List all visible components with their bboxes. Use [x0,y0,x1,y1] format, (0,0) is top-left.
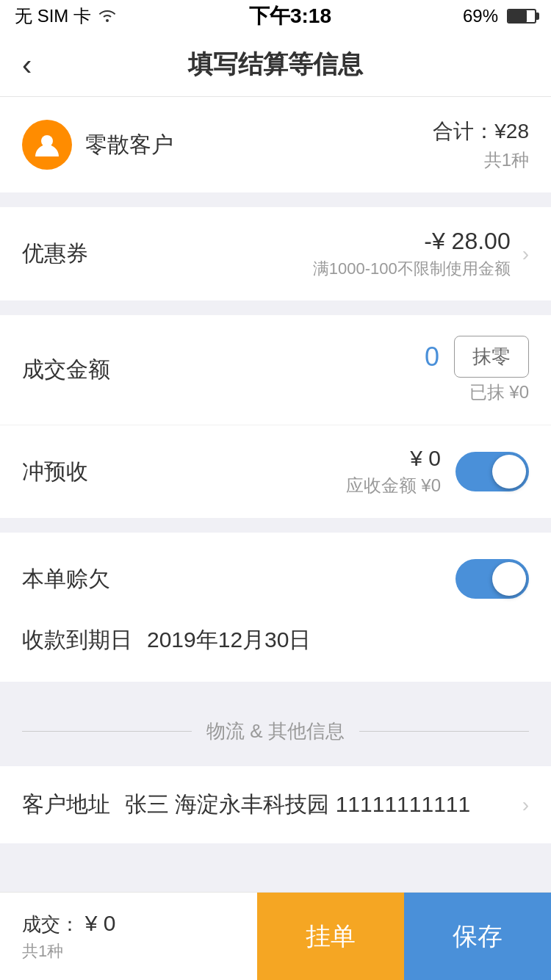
bottom-deal-amount: ¥ 0 [85,911,116,935]
customer-left: 零散客户 [22,120,173,170]
coupon-label: 优惠券 [22,239,88,269]
transaction-row: 成交金额 0 抹零 已抹 ¥0 [0,315,551,425]
coupon-chevron-icon: › [522,242,529,266]
prepaid-amount: ¥ 0 [346,446,441,471]
due-date-label: 收款到期日 [22,625,132,655]
battery-percent: 69% [463,6,498,26]
address-row[interactable]: 客户地址 张三 海淀永丰科技园 11111111111 › [0,766,551,843]
hold-button[interactable]: 挂单 [257,893,404,981]
battery-icon [507,9,536,24]
coupon-value: -¥ 28.00 满1000-100不限制使用金额 [313,228,511,280]
toggle-knob [492,455,526,489]
back-button[interactable]: ‹ [22,50,32,79]
status-time: 下午3:18 [249,2,331,30]
prepaid-toggle[interactable] [455,452,529,491]
customer-name: 零散客户 [85,130,173,160]
due-date-value: 2019年12月30日 [147,625,311,655]
total-count: 共1种 [433,148,529,172]
coupon-section[interactable]: 优惠券 -¥ 28.00 满1000-100不限制使用金额 › [0,207,551,300]
coupon-row[interactable]: 优惠券 -¥ 28.00 满1000-100不限制使用金额 › [0,207,551,300]
prepaid-right: ¥ 0 应收金额 ¥0 [346,446,529,497]
customer-right: 合计：¥28 共1种 [433,118,529,172]
prepaid-label: 冲预收 [22,457,88,487]
logistics-line-right [359,731,529,732]
coupon-amount: -¥ 28.00 [313,228,511,255]
status-left: 无 SIM 卡 [15,4,118,28]
nav-bar: ‹ 填写结算等信息 [0,32,551,97]
bottom-count: 共1种 [22,940,235,962]
prepaid-value-wrap: ¥ 0 应收金额 ¥0 [346,446,441,497]
address-chevron-icon: › [522,793,529,817]
page-title: 填写结算等信息 [188,48,363,82]
logistics-header: 物流 & 其他信息 [0,696,551,759]
status-right: 69% [463,6,536,26]
transaction-value[interactable]: 0 [425,342,439,372]
round-button[interactable]: 抹零 [454,336,529,378]
logistics-line-left [22,731,192,732]
transaction-label: 成交金额 [22,355,110,385]
bottom-info: 成交： ¥ 0 共1种 [0,911,257,962]
due-date-row[interactable]: 收款到期日 2019年12月30日 [0,625,551,682]
coupon-desc: 满1000-100不限制使用金额 [313,258,511,280]
carrier-text: 无 SIM 卡 [15,4,91,28]
avatar [22,120,72,170]
status-bar: 无 SIM 卡 下午3:18 69% [0,0,551,32]
amount-section: 成交金额 0 抹零 已抹 ¥0 冲预收 ¥ 0 应收金额 ¥0 [0,315,551,518]
debt-section: 本单赊欠 收款到期日 2019年12月30日 [0,533,551,682]
transaction-input-area: 0 抹零 [425,336,529,378]
bottom-deal-label: 成交： [22,913,79,935]
prepaid-row: 冲预收 ¥ 0 应收金额 ¥0 [0,425,551,518]
bottom-bar: 成交： ¥ 0 共1种 挂单 保存 [0,892,551,980]
wifi-icon [97,6,118,26]
debt-row: 本单赊欠 [0,533,551,625]
logistics-title: 物流 & 其他信息 [206,718,345,744]
debt-toggle[interactable] [455,559,529,599]
total-amount: 合计：¥28 [433,118,529,145]
bottom-deal-row: 成交： ¥ 0 [22,911,235,937]
debt-label: 本单赊欠 [22,564,110,594]
prepaid-sub: 应收金额 ¥0 [346,474,441,497]
address-label: 客户地址 [22,790,110,820]
content: 零散客户 合计：¥28 共1种 优惠券 -¥ 28.00 满1000-100不限… [0,97,551,980]
coupon-right: -¥ 28.00 满1000-100不限制使用金额 › [313,228,529,280]
customer-section: 零散客户 合计：¥28 共1种 [0,97,551,192]
debt-toggle-knob [492,562,526,596]
transaction-sub: 已抹 ¥0 [425,381,529,404]
address-value: 张三 海淀永丰科技园 11111111111 [125,790,522,820]
save-button[interactable]: 保存 [404,893,551,981]
